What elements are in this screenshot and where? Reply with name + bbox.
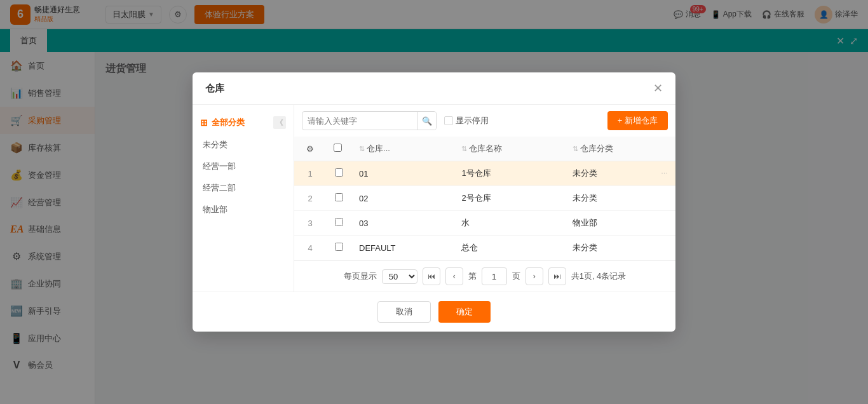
row-name: 1号仓库: [454, 161, 564, 186]
table-header-row: ⚙ ⇅ 仓库... ⇅ 仓库名称: [294, 137, 675, 161]
per-page-label: 每页显示: [344, 271, 377, 282]
grid-icon: ⊞: [200, 118, 208, 128]
row-code: 03: [351, 211, 454, 236]
search-input[interactable]: [302, 116, 417, 126]
prev-page-button[interactable]: ‹: [445, 267, 463, 285]
warehouse-modal: 仓库 ✕ ⊞ 全部分类 《 未分类 经营一部: [193, 72, 675, 332]
row-index: 3: [294, 211, 326, 236]
table-toolbar: 🔍 显示停用 + 新增仓库: [294, 105, 675, 137]
row-category: 未分类···: [565, 161, 675, 186]
row-select-checkbox[interactable]: [335, 168, 343, 177]
th-checkbox[interactable]: [326, 137, 351, 161]
table-panel: 🔍 显示停用 + 新增仓库 ⚙: [294, 105, 675, 292]
select-all-checkbox[interactable]: [334, 144, 342, 152]
next-page-button[interactable]: ›: [526, 267, 543, 285]
category-item-2[interactable]: 经营二部: [193, 177, 294, 199]
th-name[interactable]: ⇅ 仓库名称: [454, 137, 564, 161]
row-select-checkbox[interactable]: [335, 193, 343, 201]
collapse-button[interactable]: 《: [273, 116, 286, 129]
page-size-select[interactable]: 50 10 20 100: [382, 269, 417, 284]
row-code: DEFAULT: [351, 236, 454, 260]
first-page-button[interactable]: ⏮: [423, 267, 440, 285]
confirm-button[interactable]: 确定: [438, 301, 491, 323]
row-code: 02: [351, 186, 454, 211]
row-more-icon[interactable]: ···: [661, 168, 668, 177]
sort-icon-name: ⇅: [461, 145, 469, 152]
category-item-1[interactable]: 经营一部: [193, 156, 294, 177]
category-header: ⊞ 全部分类 《: [193, 111, 294, 134]
modal-footer: 取消 确定: [193, 292, 675, 332]
table-row[interactable]: 2 02 2号仓库 未分类: [294, 186, 675, 211]
page-number-input[interactable]: [482, 267, 507, 285]
row-checkbox[interactable]: [326, 161, 351, 186]
row-index: 1: [294, 161, 326, 186]
category-all-button[interactable]: ⊞ 全部分类: [200, 117, 245, 128]
modal-body: ⊞ 全部分类 《 未分类 经营一部 经营二部 物业部: [193, 105, 675, 292]
row-name: 2号仓库: [454, 186, 564, 211]
row-index: 2: [294, 186, 326, 211]
category-item-0[interactable]: 未分类: [193, 134, 294, 156]
table-row[interactable]: 3 03 水 物业部: [294, 211, 675, 236]
sort-icon-code: ⇅: [359, 145, 367, 152]
page-label-2: 页: [512, 271, 520, 282]
search-icon[interactable]: 🔍: [417, 111, 436, 130]
row-code: 01: [351, 161, 454, 186]
th-gear[interactable]: ⚙: [294, 137, 326, 161]
show-disabled-label[interactable]: 显示停用: [444, 115, 489, 126]
th-category[interactable]: ⇅ 仓库分类: [565, 137, 675, 161]
row-name: 水: [454, 211, 564, 236]
category-all-label: 全部分类: [212, 117, 245, 128]
row-select-checkbox[interactable]: [335, 243, 343, 251]
table-row[interactable]: 4 DEFAULT 总仓 未分类: [294, 236, 675, 260]
row-checkbox[interactable]: [326, 186, 351, 211]
add-warehouse-button[interactable]: + 新增仓库: [607, 111, 668, 130]
sort-icon-cat: ⇅: [573, 145, 580, 152]
search-input-wrap: 🔍: [302, 111, 437, 130]
gear-col-icon: ⚙: [306, 144, 314, 154]
category-item-3[interactable]: 物业部: [193, 199, 294, 220]
row-category: 未分类: [565, 236, 675, 260]
th-code[interactable]: ⇅ 仓库...: [351, 137, 454, 161]
cancel-button[interactable]: 取消: [377, 301, 431, 323]
table-row[interactable]: 1 01 1号仓库 未分类···: [294, 161, 675, 186]
total-info: 共1页, 4条记录: [571, 271, 627, 282]
data-table: ⚙ ⇅ 仓库... ⇅ 仓库名称: [294, 137, 675, 260]
modal-close-button[interactable]: ✕: [653, 81, 663, 95]
modal-header: 仓库 ✕: [193, 72, 675, 105]
row-select-checkbox[interactable]: [335, 218, 343, 226]
row-category: 物业部: [565, 211, 675, 236]
pagination-bar: 每页显示 50 10 20 100 ⏮ ‹ 第 页 › ⏭ 共1页, 4条记录: [294, 260, 675, 292]
row-name: 总仓: [454, 236, 564, 260]
last-page-button[interactable]: ⏭: [548, 267, 566, 285]
page-label: 第: [468, 271, 477, 282]
row-checkbox[interactable]: [326, 211, 351, 236]
show-disabled-checkbox[interactable]: [444, 116, 453, 125]
row-checkbox[interactable]: [326, 236, 351, 260]
row-category: 未分类: [565, 186, 675, 211]
row-index: 4: [294, 236, 326, 260]
category-panel: ⊞ 全部分类 《 未分类 经营一部 经营二部 物业部: [193, 105, 294, 292]
modal-title: 仓库: [205, 83, 224, 95]
modal-backdrop: 仓库 ✕ ⊞ 全部分类 《 未分类 经营一部: [0, 0, 868, 404]
